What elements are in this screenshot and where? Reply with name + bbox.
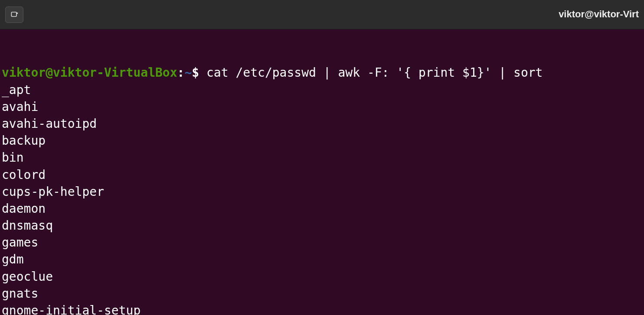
new-tab-button[interactable] [5, 6, 23, 23]
output-line: backup [2, 132, 642, 149]
prompt-symbol: $ [192, 65, 206, 80]
titlebar: viktor@viktor-Virt [0, 0, 644, 29]
prompt-line: viktor@viktor-VirtualBox:~$ cat /etc/pas… [2, 64, 642, 81]
output-line: colord [2, 166, 642, 183]
output-line: _apt [2, 81, 642, 98]
terminal-area[interactable]: viktor@viktor-VirtualBox:~$ cat /etc/pas… [0, 29, 644, 315]
output-line: daemon [2, 200, 642, 217]
prompt-colon: : [177, 65, 185, 80]
svg-rect-0 [11, 12, 16, 16]
new-tab-icon [10, 6, 19, 23]
output-line: cups-pk-helper [2, 183, 642, 200]
output-line: dnsmasq [2, 217, 642, 234]
output-container: _aptavahiavahi-autoipdbackupbincolordcup… [2, 81, 642, 315]
output-line: games [2, 234, 642, 251]
output-line: avahi-autoipd [2, 115, 642, 132]
prompt-path: ~ [184, 65, 192, 80]
command-text: cat /etc/passwd | awk -F: '{ print $1}' … [206, 65, 543, 80]
output-line: avahi [2, 98, 642, 115]
window-title: viktor@viktor-Virt [559, 8, 639, 21]
output-line: geoclue [2, 268, 642, 285]
output-line: gdm [2, 251, 642, 268]
output-line: gnats [2, 285, 642, 302]
output-line: gnome-initial-setup [2, 302, 642, 315]
prompt-user-host: viktor@viktor-VirtualBox [2, 65, 177, 80]
output-line: bin [2, 149, 642, 166]
